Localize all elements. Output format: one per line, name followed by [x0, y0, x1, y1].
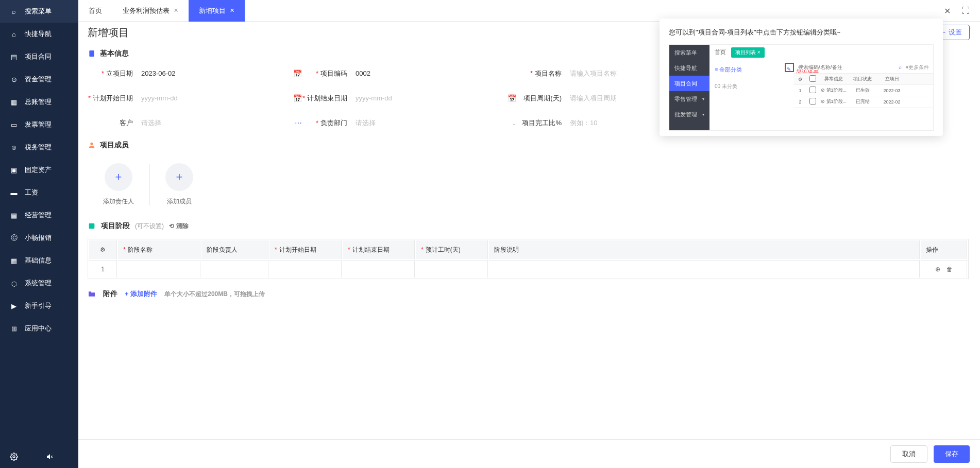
- gear-icon: ⚙: [794, 77, 806, 82]
- plus-icon: +: [165, 163, 193, 191]
- sidebar-item-doc[interactable]: ▤项目合同: [0, 45, 78, 68]
- sidebar-item-biz[interactable]: ▤经营管理: [0, 204, 78, 227]
- folder-icon: [88, 290, 96, 298]
- phase-col-2: 阶段负责人: [201, 240, 268, 259]
- sidebar-item-home[interactable]: ⌂快捷导航: [0, 23, 78, 45]
- sidebar-item-search[interactable]: ⌕搜索菜单: [0, 0, 78, 23]
- tip-table-row[interactable]: 1⊘ 第1阶段...已生效2022-03: [794, 85, 933, 96]
- section-basic-title: 基本信息: [100, 49, 129, 58]
- sidebar-item-apps[interactable]: ⊞应用中心: [0, 317, 78, 340]
- phase-col-7: 操作: [921, 240, 967, 259]
- tip-side-item[interactable]: 快捷导航: [669, 60, 709, 76]
- system-icon: ◌: [9, 279, 19, 288]
- phase-table: ⚙*阶段名称阶段负责人*计划开始日期*计划结束日期*预计工时(天)阶段说明操作 …: [88, 239, 969, 279]
- section-phase: 项目阶段 (可不设置) ⟲ 清除 ⚙*阶段名称阶段负责人*计划开始日期*计划结束…: [88, 221, 969, 279]
- settings-label: 设置: [949, 28, 962, 37]
- svg-rect-2: [89, 50, 94, 57]
- chevron-down-icon[interactable]: ⌄: [512, 120, 516, 127]
- phase-col-3: *计划开始日期: [269, 240, 342, 259]
- tooltip-search: ⌕ ▾更多条件: [794, 61, 933, 74]
- filter-icon[interactable]: ▾更多条件: [906, 64, 929, 71]
- box-icon: [88, 222, 96, 230]
- add-owner-button[interactable]: + 添加责任人: [103, 163, 134, 206]
- calendar-icon[interactable]: 📅: [508, 94, 516, 102]
- tip-side-item[interactable]: 项目合同: [669, 76, 709, 91]
- section-attach: 附件 + 添加附件 单个大小不超过200MB，可拖拽上传: [88, 289, 969, 299]
- doc-icon: ▤: [9, 52, 19, 61]
- start-date-input[interactable]: [139, 91, 293, 106]
- section-attach-title: 附件: [103, 289, 117, 299]
- tip-tab[interactable]: 首页: [715, 48, 726, 56]
- invoice-icon: ▭: [9, 120, 19, 129]
- phase-col-0: ⚙: [89, 240, 117, 259]
- add-attachment-button[interactable]: + 添加附件: [125, 289, 157, 299]
- delete-row-icon[interactable]: 🗑: [947, 266, 953, 273]
- init-date-input[interactable]: [139, 66, 293, 81]
- clipboard-icon: [88, 49, 96, 58]
- sidebar-item-money[interactable]: ⊙资金管理: [0, 68, 78, 91]
- sidebar-item-system[interactable]: ◌系统管理: [0, 272, 78, 294]
- search-icon[interactable]: ⌕: [899, 64, 902, 70]
- phase-col-1: *阶段名称: [118, 240, 200, 259]
- cancel-button[interactable]: 取消: [890, 445, 927, 463]
- divider: [149, 164, 150, 205]
- sidebar-item-ledger[interactable]: ▦总账管理: [0, 91, 78, 113]
- sidebar-footer: [0, 445, 78, 468]
- tab-首页[interactable]: 首页: [78, 0, 112, 22]
- tooltip-search-input[interactable]: [798, 64, 894, 70]
- phase-col-5: *预计工时(天): [416, 240, 488, 259]
- svg-point-0: [13, 456, 15, 458]
- tooltip-preview: 搜索菜单快捷导航项目合同零售管理批发管理 首页项目列表 × ≡ 全部分类 ✎ 点…: [669, 44, 934, 131]
- close-icon[interactable]: ✕: [230, 7, 234, 14]
- guide-icon: ▶: [9, 301, 19, 310]
- guide-tooltip: 您可以到"项目合同-项目列表"中点击下方按钮编辑分类哦~ 搜索菜单快捷导航项目合…: [660, 19, 943, 136]
- tooltip-category: 全部分类: [719, 66, 742, 73]
- tip-side-item[interactable]: 零售管理: [669, 91, 709, 107]
- tooltip-highlight-box: ✎: [785, 63, 794, 72]
- tab-业务利润预估表[interactable]: 业务利润预估表✕: [112, 0, 189, 22]
- calendar-icon[interactable]: 📅: [293, 94, 302, 102]
- sidebar-item-asset[interactable]: ▣固定资产: [0, 159, 78, 181]
- fullscreen-icon[interactable]: ⛶: [958, 4, 973, 18]
- select-all-checkbox[interactable]: [809, 75, 816, 82]
- end-date-input[interactable]: [353, 91, 508, 106]
- biz-icon: ▤: [9, 211, 19, 220]
- sidebar-item-invoice[interactable]: ▭发票管理: [0, 113, 78, 136]
- code-input[interactable]: [353, 66, 516, 81]
- svg-rect-4: [89, 223, 95, 229]
- page-footer: 取消 保存: [78, 439, 980, 468]
- ellipsis-icon[interactable]: ⋯: [295, 119, 302, 127]
- asset-icon: ▣: [9, 165, 19, 175]
- sidebar: ⌕搜索菜单⌂快捷导航▤项目合同⊙资金管理▦总账管理▭发票管理☺税务管理▣固定资产…: [0, 0, 78, 468]
- dept-select[interactable]: [353, 116, 512, 130]
- settings-icon[interactable]: [9, 452, 19, 461]
- section-members-title: 项目成员: [100, 141, 129, 150]
- tax-icon: ☺: [9, 143, 19, 152]
- apps-icon: ⊞: [9, 324, 19, 333]
- phase-col-6: 阶段说明: [489, 240, 920, 259]
- add-row-icon[interactable]: ⊕: [935, 266, 940, 273]
- attach-hint: 单个大小不超过200MB，可拖拽上传: [164, 290, 265, 299]
- tip-tab[interactable]: 项目列表 ×: [731, 47, 765, 58]
- tip-table-row[interactable]: 2⊘ 第1阶段...已完结2022-02: [794, 96, 933, 108]
- customer-select[interactable]: [139, 116, 295, 130]
- users-icon: [88, 141, 96, 149]
- sidebar-item-guide[interactable]: ▶新手引导: [0, 294, 78, 317]
- table-row[interactable]: 1⊕🗑: [89, 260, 967, 278]
- sidebar-item-reimburse[interactable]: Ⓒ小畅报销: [0, 227, 78, 249]
- tip-side-item[interactable]: 批发管理: [669, 107, 709, 122]
- sidebar-item-info[interactable]: ▦基础信息: [0, 249, 78, 272]
- tip-side-item[interactable]: 搜索菜单: [669, 45, 709, 60]
- sidebar-item-salary[interactable]: ▬工资: [0, 181, 78, 204]
- plus-icon: +: [105, 163, 132, 191]
- sidebar-item-tax[interactable]: ☺税务管理: [0, 136, 78, 159]
- tab-新增项目[interactable]: 新增项目✕: [189, 0, 245, 22]
- sound-icon[interactable]: [45, 452, 55, 461]
- close-icon[interactable]: ✕: [174, 7, 178, 14]
- calendar-icon[interactable]: 📅: [293, 70, 302, 78]
- search-icon: ⌕: [9, 7, 19, 16]
- clear-button[interactable]: ⟲ 清除: [169, 222, 189, 231]
- add-member-button[interactable]: + 添加成员: [165, 163, 193, 206]
- save-button[interactable]: 保存: [934, 445, 970, 463]
- close-panel-icon[interactable]: ✕: [940, 4, 954, 18]
